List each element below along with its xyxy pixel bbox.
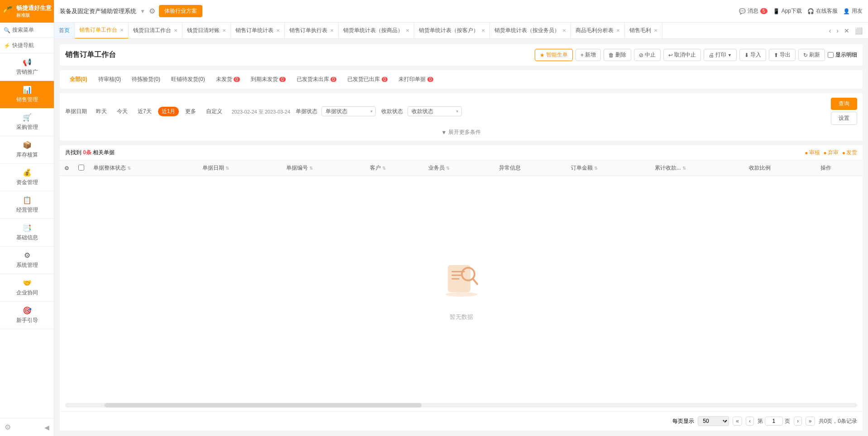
sort-icon[interactable]: ⇅	[382, 166, 386, 171]
horizontal-scrollbar[interactable]	[65, 403, 857, 408]
review-btn[interactable]: ● 审核	[805, 149, 820, 156]
subtab-pending-review[interactable]: 待审核(0)	[94, 74, 126, 85]
export-btn[interactable]: ⬆ 导出	[769, 49, 796, 61]
tab-cash-reconcile[interactable]: 钱货日清对账 ✕	[182, 23, 231, 39]
tab-maximize[interactable]: ⬜	[853, 26, 864, 35]
footer-settings-icon[interactable]: ⚙	[5, 423, 11, 431]
payment-filter-select[interactable]: 收款状态	[408, 106, 462, 116]
sort-icon[interactable]: ⇅	[682, 166, 686, 171]
add-btn[interactable]: + 新增	[575, 49, 601, 61]
sidebar-quick-nav[interactable]: ⚡ 快捷导航	[0, 38, 54, 53]
sidebar-item-cooperation[interactable]: 🤝 企业协同	[0, 274, 54, 302]
subtab-shipped-not-out[interactable]: 已发货未出库 0	[292, 74, 341, 85]
sidebar-item-purchase[interactable]: 🛒 采购管理	[0, 109, 54, 136]
first-page-btn[interactable]: «	[733, 417, 742, 426]
next-page-btn[interactable]: ›	[794, 417, 802, 426]
online-service-action[interactable]: 🎧 在线客服	[807, 7, 838, 15]
query-btn[interactable]: 查询	[831, 98, 857, 110]
tab-sale-by-product-close[interactable]: ✕	[406, 28, 409, 33]
trial-btn[interactable]: 体验行业方案	[159, 5, 202, 17]
tab-sale-by-staff[interactable]: 销货单统计表（按业务员） ✕	[490, 23, 571, 39]
sort-icon[interactable]: ⇅	[594, 166, 598, 171]
prev-page-btn[interactable]: ‹	[746, 417, 754, 426]
subtab-not-printed[interactable]: 未打印单据 0	[394, 74, 438, 85]
abandon-review-btn[interactable]: ● 弃审	[824, 149, 839, 156]
app-download-action[interactable]: 📱 App下载	[773, 7, 802, 15]
sidebar-item-inventory[interactable]: 📦 库存核算	[0, 136, 54, 164]
tab-profit-analysis-close[interactable]: ✕	[616, 28, 620, 33]
topbar-dropdown-icon[interactable]: ▼	[140, 8, 145, 14]
page-number-input[interactable]	[765, 417, 783, 426]
date-btn-yesterday[interactable]: 昨天	[92, 107, 110, 116]
expand-filter-btn[interactable]: ▼ 展开更多条件	[441, 128, 481, 136]
tab-sale-profit-close[interactable]: ✕	[654, 28, 657, 33]
sidebar-item-operations[interactable]: 📋 经营管理	[0, 191, 54, 219]
ship-btn[interactable]: ● 发货	[842, 149, 857, 156]
message-action[interactable]: 💬 消息 5	[739, 7, 767, 15]
select-all-checkbox[interactable]	[78, 165, 84, 171]
scrollbar-thumb[interactable]	[105, 403, 422, 408]
stop-btn[interactable]: ⊘ 中止	[634, 49, 661, 61]
sidebar-item-base-info[interactable]: 📑 基础信息	[0, 219, 54, 246]
sort-icon[interactable]: ⇅	[127, 166, 131, 171]
sort-icon[interactable]: ⇅	[446, 166, 450, 171]
sort-icon[interactable]: ⇅	[225, 166, 229, 171]
cancel-stop-btn[interactable]: ↩ 取消中止	[663, 49, 701, 61]
sidebar-item-finance[interactable]: 💰 资金管理	[0, 164, 54, 191]
settings-gear-icon[interactable]: ⚙	[64, 165, 69, 171]
subtab-pending-pick[interactable]: 待拣验货(0)	[127, 74, 165, 85]
tab-sale-by-staff-close[interactable]: ✕	[562, 28, 566, 33]
show-detail-checkbox[interactable]	[828, 52, 834, 58]
tab-cash-clear-close[interactable]: ✕	[174, 28, 177, 33]
topbar-settings-icon[interactable]: ⚙	[149, 7, 155, 15]
import-btn[interactable]: ⬇ 导入	[739, 49, 766, 61]
smart-create-btn[interactable]: ★ 智能生单	[535, 49, 573, 61]
sidebar-search[interactable]: 🔍 搜索菜单	[0, 23, 54, 38]
tab-home[interactable]: 首页	[54, 23, 75, 39]
tab-profit-analysis[interactable]: 商品毛利分析表 ✕	[571, 23, 625, 39]
delete-btn[interactable]: 🗑 删除	[604, 49, 631, 61]
tab-sale-stats[interactable]: 销售订单统计表 ✕	[231, 23, 285, 39]
sidebar-item-guide[interactable]: 🎯 新手引导	[0, 302, 54, 329]
sort-icon[interactable]: ⇅	[309, 166, 313, 171]
tab-sale-exec-close[interactable]: ✕	[330, 28, 334, 33]
show-detail-label[interactable]: 显示明细	[828, 51, 857, 59]
tab-nav-left[interactable]: ‹	[827, 26, 833, 35]
status-filter-select[interactable]: 单据状态	[321, 106, 376, 116]
sidebar-item-system[interactable]: ⚙ 系统管理	[0, 246, 54, 274]
date-btn-7days[interactable]: 近7天	[134, 107, 155, 116]
subtab-expired-not-shipped[interactable]: 到期未发货 0	[246, 74, 290, 85]
tab-cash-clear[interactable]: 钱货日清工作台 ✕	[129, 23, 182, 39]
tab-sale-profit[interactable]: 销售毛利 ✕	[625, 23, 662, 39]
date-filter-label: 单据日期	[65, 108, 87, 115]
tab-sale-workbench-close[interactable]: ✕	[120, 28, 124, 33]
sidebar-item-marketing[interactable]: 📢 营销推广	[0, 53, 54, 81]
filter-settings-btn[interactable]: 设置	[831, 112, 857, 125]
tab-sale-by-customer[interactable]: 销货单统计表（按客户） ✕	[414, 23, 490, 39]
user-action[interactable]: 👤 用友	[843, 7, 863, 15]
tab-sale-by-product[interactable]: 销货单统计表（按商品） ✕	[339, 23, 414, 39]
subtab-all[interactable]: 全部(0)	[65, 74, 92, 85]
date-btn-more[interactable]: 更多	[182, 107, 200, 116]
sidebar-item-sales[interactable]: 📊 销售管理	[0, 81, 54, 109]
footer-collapse-icon[interactable]: ◀	[44, 424, 49, 431]
tab-nav-right[interactable]: ›	[834, 26, 840, 35]
subtab-not-shipped[interactable]: 未发货 0	[211, 74, 245, 85]
table-scroll[interactable]: ⚙ 单据整体状态 ⇅ 单据日期 ⇅	[60, 161, 863, 176]
tab-close-all[interactable]: ✕	[842, 26, 851, 35]
tab-sale-exec[interactable]: 销售订单执行表 ✕	[285, 23, 339, 39]
tab-sale-stats-close[interactable]: ✕	[276, 28, 280, 33]
date-btn-1month[interactable]: 近1月	[158, 107, 179, 116]
subtab-wangpu[interactable]: 旺铺待发货(0)	[167, 74, 210, 85]
tab-cash-reconcile-close[interactable]: ✕	[222, 28, 226, 33]
print-btn[interactable]: 🖨 打印 ▼	[704, 49, 737, 61]
date-btn-today[interactable]: 今天	[113, 107, 131, 116]
page-size-select[interactable]: 50 10 20 100	[698, 416, 729, 426]
tab-sale-workbench[interactable]: 销售订单工作台 ✕	[75, 23, 129, 39]
subtab-shipped-out[interactable]: 已发货已出库 0	[343, 74, 392, 85]
system-title: 装备及固定资产辅助管理系统	[60, 7, 136, 15]
last-page-btn[interactable]: »	[806, 417, 815, 426]
date-btn-custom[interactable]: 自定义	[202, 107, 226, 116]
tab-sale-by-customer-close[interactable]: ✕	[481, 28, 485, 33]
refresh-btn[interactable]: ↻ 刷新	[798, 49, 825, 61]
